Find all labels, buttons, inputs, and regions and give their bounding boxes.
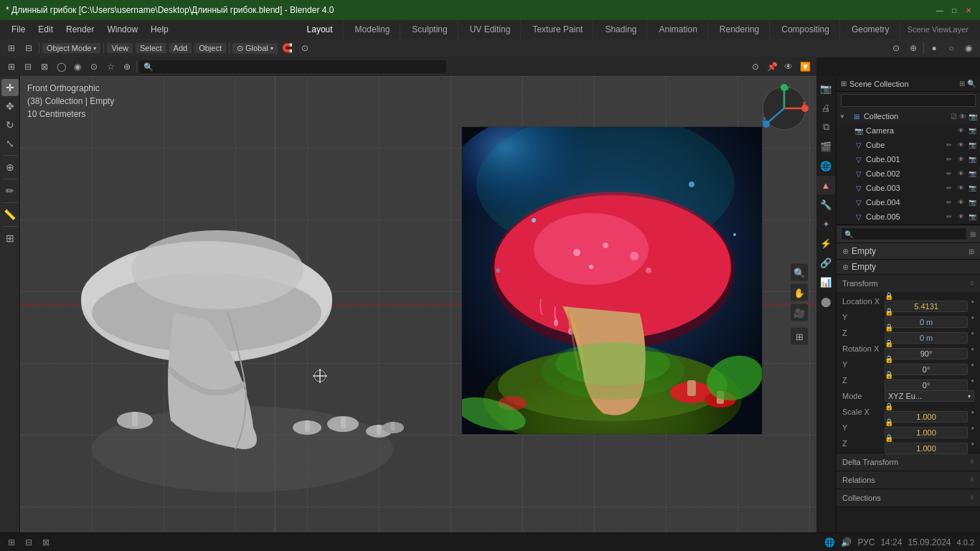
coll-vis-icon[interactable]: 👁 [959, 113, 966, 121]
cube005-render-icon[interactable]: 📷 [967, 212, 977, 222]
object-mode-btn[interactable]: Object Mode ▾ [42, 43, 100, 53]
tab-uv-editing[interactable]: UV Editing [460, 20, 522, 39]
vp-icon-5[interactable]: ◉ [70, 60, 85, 74]
select-btn[interactable]: Select [136, 43, 166, 53]
outliner-item-cube004[interactable]: ▽ Cube.004 ✏ 👁 📷 [837, 195, 980, 209]
tab-texture-paint[interactable]: Texture Paint [522, 20, 593, 39]
snap-icon[interactable]: 🧲 [281, 41, 295, 55]
prop-scene-icon[interactable]: 🎬 [816, 137, 835, 156]
prop-particles-icon[interactable]: ✦ [816, 215, 835, 233]
tab-shading[interactable]: Shading [595, 20, 647, 39]
menu-file[interactable]: File [6, 23, 31, 36]
outliner-item-camera[interactable]: 📷 Camera 👁 📷 [837, 123, 980, 138]
collections-header[interactable]: Collections ⠿ [837, 489, 980, 507]
view-btn[interactable]: View [107, 43, 133, 53]
transform-tool[interactable]: ⊕ [1, 159, 19, 176]
cube001-vis-icon[interactable]: 👁 [956, 154, 966, 164]
close-button[interactable]: ✕ [963, 4, 974, 16]
location-lock[interactable]: 🔒 [885, 292, 893, 300]
prop-material-icon[interactable]: ⬤ [816, 292, 835, 311]
vp-filter-icon[interactable]: 🔽 [798, 60, 812, 74]
rotate-tool[interactable]: ↻ [1, 116, 19, 133]
rot-x-lock[interactable]: 🔒 [885, 339, 893, 347]
scale-z-lock[interactable]: 🔒 [885, 434, 893, 442]
prop-world-icon[interactable]: 🌐 [816, 156, 835, 175]
shading-solid-icon[interactable]: ● [927, 41, 941, 55]
cube-vis-icon[interactable]: 👁 [956, 140, 966, 150]
tab-rendering[interactable]: Rendering [710, 20, 770, 39]
delta-transform-header[interactable]: Delta Transform ⠿ [837, 453, 980, 471]
object-btn[interactable]: Object [194, 43, 226, 53]
status-icon-1[interactable]: ⊞ [6, 537, 17, 548]
axis-widget[interactable]: X Y Z [759, 83, 809, 133]
outliner-item-cube001[interactable]: ▽ Cube.001 ✏ 👁 📷 [837, 152, 980, 166]
tab-layout[interactable]: Layout [297, 20, 344, 39]
cube005-vis-icon[interactable]: 👁 [956, 212, 966, 222]
vp-pin-icon[interactable]: 📌 [765, 60, 779, 74]
toolbar-icon-1[interactable]: ⊞ [4, 41, 19, 55]
menu-edit[interactable]: Edit [32, 23, 59, 36]
tab-compositing[interactable]: Compositing [771, 20, 840, 39]
scale-x-lock[interactable]: 🔒 [885, 402, 893, 410]
shading-wire-icon[interactable]: ○ [944, 41, 958, 55]
coll-checkbox-icon[interactable]: ☑ [951, 113, 957, 121]
tab-animation[interactable]: Animation [649, 20, 707, 39]
vp-icon-7[interactable]: ☆ [103, 60, 118, 74]
cam-render-icon[interactable]: 📷 [967, 126, 977, 136]
cube001-pencil-icon[interactable]: ✏ [944, 154, 954, 164]
gizmo-icon[interactable]: ⊕ [906, 41, 920, 55]
scale-z-field[interactable]: 1.000 [885, 443, 968, 454]
loc-z-lock[interactable]: 🔒 [885, 324, 893, 331]
outliner-search-icon[interactable]: 🔍 [967, 80, 976, 88]
cube004-vis-icon[interactable]: 👁 [956, 197, 966, 207]
rot-y-lock[interactable]: 🔒 [885, 355, 893, 363]
outliner-item-cube005[interactable]: ▽ Cube.005 ✏ 👁 📷 [837, 209, 980, 224]
cube003-vis-icon[interactable]: 👁 [956, 183, 966, 193]
prop-output-icon[interactable]: 🖨 [816, 98, 835, 117]
rotation-z-field[interactable]: 0° [885, 380, 968, 391]
mode-field[interactable]: XYZ Eu... ▾ [885, 390, 974, 402]
add-cube-tool[interactable]: ⊞ [1, 230, 19, 247]
camera-view-btn[interactable]: 🎥 [791, 304, 808, 321]
loc-y-lock[interactable]: 🔒 [885, 308, 893, 316]
scale-tool[interactable]: ⤡ [1, 135, 19, 152]
prop-data-icon[interactable]: 📊 [816, 273, 835, 291]
vp-icon-3[interactable]: ⊠ [37, 60, 52, 74]
cursor-tool[interactable]: ✛ [1, 79, 19, 96]
cube002-pencil-icon[interactable]: ✏ [944, 169, 954, 179]
vp-overlay-icon[interactable]: ⊙ [748, 60, 763, 74]
cube002-render-icon[interactable]: 📷 [967, 169, 977, 179]
overlay-icon[interactable]: ⊙ [889, 41, 903, 55]
search-bar[interactable]: 🔍 [139, 60, 446, 73]
cube003-render-icon[interactable]: 📷 [967, 183, 977, 193]
tab-geometry[interactable]: Geometry [842, 20, 900, 39]
move-tool[interactable]: ✥ [1, 98, 19, 115]
cube003-pencil-icon[interactable]: ✏ [944, 183, 954, 193]
cube-render-icon[interactable]: 📷 [967, 140, 977, 150]
vp-icon-1[interactable]: ⊞ [4, 60, 19, 74]
cube004-pencil-icon[interactable]: ✏ [944, 197, 954, 207]
menu-render[interactable]: Render [60, 23, 100, 36]
outliner-item-cube002[interactable]: ▽ Cube.002 ✏ 👁 📷 [837, 166, 980, 181]
cube004-render-icon[interactable]: 📷 [967, 197, 977, 207]
prop-constraints-icon[interactable]: 🔗 [816, 253, 835, 272]
zoom-icon-btn[interactable]: 🔍 [791, 264, 808, 281]
measure-tool[interactable]: 📏 [1, 206, 19, 223]
vp-vis-icon[interactable]: 👁 [781, 60, 796, 74]
prop-physics-icon[interactable]: ⚡ [816, 234, 835, 253]
pan-icon-btn[interactable]: ✋ [791, 284, 808, 301]
cube-pencil-icon[interactable]: ✏ [944, 140, 954, 150]
status-icon-2[interactable]: ⊟ [23, 537, 34, 548]
cube002-vis-icon[interactable]: 👁 [956, 169, 966, 179]
tab-modeling[interactable]: Modeling [345, 20, 401, 39]
tab-sculpting[interactable]: Sculpting [402, 20, 458, 39]
outliner-search-input[interactable] [841, 94, 976, 107]
outliner-filter-icon[interactable]: ⊞ [959, 80, 965, 88]
prop-modifier-icon[interactable]: 🔧 [816, 195, 835, 214]
shading-render-icon[interactable]: ◉ [961, 41, 976, 55]
coll-render-icon[interactable]: 📷 [969, 113, 977, 121]
cube001-render-icon[interactable]: 📷 [967, 154, 977, 164]
collection-row[interactable]: ▼ ⊞ Collection ☑ 👁 📷 [837, 109, 980, 123]
scale-y-lock[interactable]: 🔒 [885, 418, 893, 426]
menu-window[interactable]: Window [101, 23, 143, 36]
